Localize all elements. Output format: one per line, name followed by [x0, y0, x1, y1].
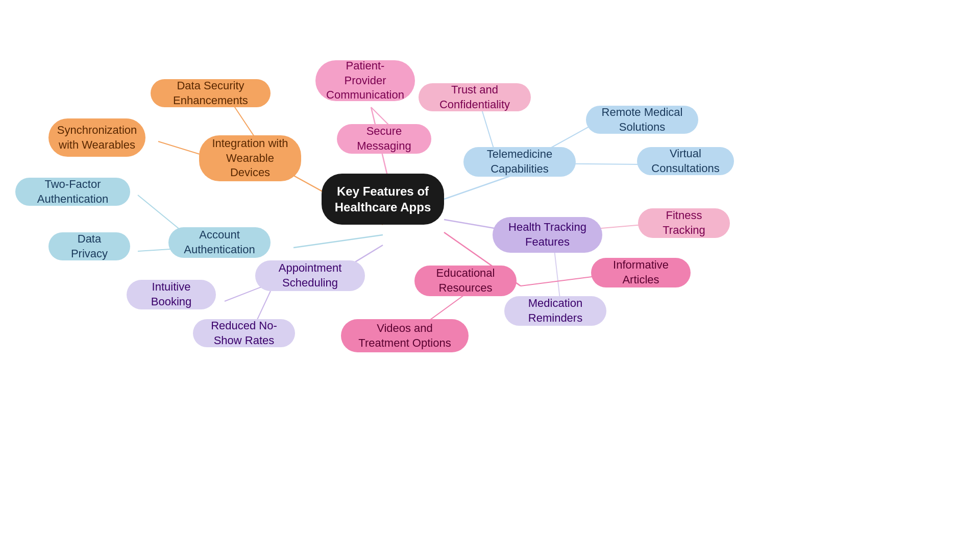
- informative-articles-label: Informative Articles: [602, 258, 679, 287]
- health-tracking-label: Health Tracking Features: [504, 220, 591, 249]
- patient-provider-label: Patient-Provider Communication: [326, 59, 404, 103]
- node-appointment-scheduling: Appointment Scheduling: [255, 260, 365, 291]
- node-educational-resources: Educational Resources: [414, 266, 517, 296]
- fitness-tracking-label: Fitness Tracking: [649, 208, 719, 237]
- appointment-scheduling-label: Appointment Scheduling: [266, 261, 354, 290]
- node-integration: Integration with Wearable Devices: [199, 135, 301, 181]
- node-data-privacy: Data Privacy: [48, 232, 130, 260]
- secure-msg-label: Secure Messaging: [348, 124, 420, 153]
- node-remote-medical: Remote Medical Solutions: [586, 106, 698, 134]
- node-secure-msg: Secure Messaging: [337, 124, 431, 154]
- node-medication-reminders: Medication Reminders: [504, 296, 606, 326]
- intuitive-booking-label: Intuitive Booking: [138, 280, 205, 309]
- svg-line-14: [554, 245, 560, 299]
- trust-confidentiality-label: Trust and Confidentiality: [430, 83, 520, 112]
- virtual-consult-label: Virtual Consultations: [648, 147, 723, 176]
- medication-reminders-label: Medication Reminders: [516, 296, 595, 325]
- educational-resources-label: Educational Resources: [426, 266, 505, 295]
- reduced-no-show-label: Reduced No-Show Rates: [204, 319, 284, 348]
- node-health-tracking: Health Tracking Features: [493, 217, 602, 253]
- videos-options-label: Videos and Treatment Options: [352, 321, 457, 350]
- telemedicine-label: Telemedicine Capabilities: [475, 147, 565, 176]
- node-intuitive-booking: Intuitive Booking: [127, 280, 216, 309]
- sync-wearables-label: Synchronization with Wearables: [57, 123, 137, 152]
- node-account-auth: Account Authentication: [168, 227, 271, 258]
- center-label: Key Features of Healthcare Apps: [333, 183, 433, 215]
- two-factor-label: Two-Factor Authentication: [27, 177, 119, 206]
- node-telemedicine: Telemedicine Capabilities: [463, 147, 576, 177]
- svg-line-3: [293, 235, 383, 248]
- node-reduced-no-show: Reduced No-Show Rates: [193, 319, 295, 347]
- account-auth-label: Account Authentication: [180, 228, 259, 257]
- data-privacy-label: Data Privacy: [60, 232, 119, 261]
- node-videos-options: Videos and Treatment Options: [341, 319, 469, 352]
- center-node: Key Features of Healthcare Apps: [322, 174, 444, 225]
- node-data-security: Data Security Enhancements: [151, 79, 271, 107]
- data-security-label: Data Security Enhancements: [162, 79, 259, 108]
- node-sync-wearables: Synchronization with Wearables: [48, 118, 145, 157]
- node-virtual-consult: Virtual Consultations: [637, 147, 734, 175]
- node-trust-confidentiality: Trust and Confidentiality: [419, 83, 531, 111]
- node-two-factor: Two-Factor Authentication: [15, 178, 130, 206]
- svg-line-16: [521, 276, 600, 286]
- remote-medical-label: Remote Medical Solutions: [597, 105, 687, 134]
- node-informative-articles: Informative Articles: [591, 258, 691, 287]
- node-fitness-tracking: Fitness Tracking: [638, 208, 730, 238]
- integration-label: Integration with Wearable Devices: [210, 136, 290, 180]
- node-patient-provider: Patient-Provider Communication: [315, 60, 415, 101]
